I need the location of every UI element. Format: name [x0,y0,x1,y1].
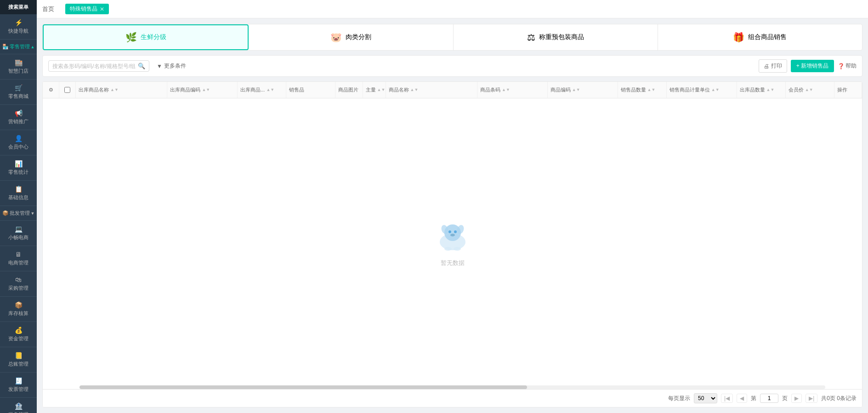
toolbar: 🔍 ▼ 更多条件 🖨 打印 + 新增销售品 ❓ 帮助 [42,55,862,77]
sidebar-item-member-center[interactable]: 👤 会员中心 [0,130,37,155]
sidebar-item-smart-store[interactable]: 🏬 智慧门店 [0,54,37,80]
active-tab[interactable]: 特殊销售品 ✕ [65,4,109,14]
svg-point-7 [444,247,452,251]
sort-arrows-price[interactable]: ▲▼ [805,88,813,92]
page-total-label: 页 [782,395,788,402]
page-summary: 共0页 0条记录 [821,395,857,402]
horizontal-scrollbar[interactable] [79,385,825,389]
member-center-icon: 👤 [15,135,23,142]
category-tabs: 🌿 生鲜分级 🐷 肉类分割 ⚖ 称重预包装商品 🎁 组合商品销售 [42,24,862,51]
sort-arrows-outname[interactable]: ▲▼ [110,88,119,92]
cat-tab-combo[interactable]: 🎁 组合商品销售 [658,24,862,50]
sidebar-item-ecom-mgmt[interactable]: 🖥 电商管理 [0,246,37,271]
sidebar-item-retail-mgmt[interactable]: 🏪 零售管理 ▲ [0,40,37,54]
scrollbar-thumb[interactable] [79,385,527,389]
general-ledger-icon: 📒 [15,352,23,359]
th-price-label: 会员价 [789,86,804,93]
th-op: 操作 [834,82,862,98]
sort-arrows-goodsname[interactable]: ▲▼ [410,88,419,92]
combo-label: 组合商品销售 [748,33,787,41]
svg-point-3 [454,230,457,233]
empty-text: 暂无数据 [441,259,465,267]
th-sale-qty-label: 销售品数量 [621,86,646,93]
empty-illustration [432,217,473,253]
table-body: 暂无数据 [43,98,862,385]
sort-arrows-outqty[interactable]: ▲▼ [766,88,775,92]
prev-page-button[interactable]: ◀ [737,394,747,403]
help-button[interactable]: ❓ 帮助 [838,62,857,70]
th-main-label: 主量 [366,86,376,93]
sort-arrows-outsku[interactable]: ▲▼ [266,88,274,92]
th-sale-unit: 销售商品计量单位 ▲▼ [667,82,737,98]
pagination-bar: 每页显示 10 20 50 100 |◀ ◀ 第 页 ▶ ▶| 共0页 0条记录 [43,389,862,407]
settings-icon: ⚙ [49,87,53,93]
th-out-code: 出库商品编码 ▲▼ [167,82,238,98]
sort-arrows-main[interactable]: ▲▼ [377,88,386,92]
ecom-mgmt-icon: 🖥 [15,251,22,258]
search-box[interactable]: 🔍 [48,60,149,72]
sidebar-item-retail-mall[interactable]: 🛒 零售商城 [0,80,37,105]
close-tab-icon[interactable]: ✕ [100,6,104,12]
sidebar-item-fund-mgmt[interactable]: 💰 资金管理 [0,322,37,347]
select-all-checkbox[interactable] [64,87,70,93]
svg-point-8 [454,247,461,251]
filter-icon: ▼ [157,63,162,69]
print-label: 打印 [771,62,782,70]
combo-icon: 🎁 [733,32,744,43]
retail-mgmt-icon: 🏪 [2,44,9,50]
filter-label: 更多条件 [164,62,186,70]
sidebar-item-basic-info[interactable]: 📋 基础信息 [0,181,37,206]
search-icon: 🔍 [138,63,145,69]
cat-tab-fresh[interactable]: 🌿 生鲜分级 [43,24,249,50]
chevron-icon-wholesale: ▼ [31,211,35,216]
page-input[interactable] [760,394,778,403]
th-settings[interactable]: ⚙ [43,82,59,98]
th-sale-qty: 销售品数量 ▲▼ [618,82,667,98]
cat-tab-weigh[interactable]: ⚖ 称重预包装商品 [454,24,658,50]
sidebar-item-wholesale-mgmt[interactable]: 📦 批发管理 ▼ [0,206,37,221]
sidebar-item-mini-ecom[interactable]: 💻 小畅电商 [0,221,37,246]
page-size-label: 每页显示 [668,395,690,402]
th-goods-code-label: 商品编码 [550,86,571,93]
sidebar-item-quick-nav[interactable]: ⚡ 快捷导航 [0,14,37,40]
sort-arrows-barcode[interactable]: ▲▼ [502,88,510,92]
sales-promo-icon: 📢 [15,109,23,117]
breadcrumb-home[interactable]: 首页 [42,5,54,13]
sidebar-item-retail-stats[interactable]: 📊 零售统计 [0,155,37,181]
th-out-code-label: 出库商品编码 [170,86,200,93]
print-button[interactable]: 🖨 打印 [759,59,787,73]
th-sale-unit-label: 销售商品计量单位 [669,86,710,93]
sort-arrows-outcode[interactable]: ▲▼ [202,88,210,92]
toolbar-right: 🖨 打印 + 新增销售品 ❓ 帮助 [759,59,857,73]
next-page-button[interactable]: ▶ [791,394,802,403]
add-sales-button[interactable]: + 新增销售品 [791,60,834,72]
cat-tab-meat[interactable]: 🐷 肉类分割 [249,24,453,50]
sidebar-item-general-ledger[interactable]: 📒 总账管理 [0,347,37,373]
th-out-sku: 出库商品... ▲▼ [238,82,286,98]
help-label: 帮助 [845,62,857,70]
sidebar-item-stock-check[interactable]: 📦 库存核算 [0,297,37,322]
first-page-button[interactable]: |◀ [721,394,733,403]
th-sale-item: 销售品 [286,82,335,98]
th-op-label: 操作 [837,86,847,93]
sidebar-item-tax-mgmt[interactable]: 🏦 税务管理 [0,398,37,413]
sidebar-item-purchase-mgmt[interactable]: 🛍 采购管理 [0,271,37,297]
th-out-name-label: 出库商品名称 [79,86,109,93]
sidebar-item-sales-promo[interactable]: 📢 营销推广 [0,105,37,130]
th-img-label: 商品图片 [338,86,358,93]
filter-button[interactable]: ▼ 更多条件 [153,60,190,72]
invoice-mgmt-icon: 🧾 [15,377,23,384]
th-checkbox[interactable] [59,82,76,98]
sidebar-logo[interactable]: 搜索菜单 [0,0,37,14]
sort-arrows-saleqty[interactable]: ▲▼ [647,88,656,92]
sidebar-item-invoice-mgmt[interactable]: 🧾 发票管理 [0,373,37,398]
help-icon: ❓ [838,63,845,69]
purchase-mgmt-icon: 🛍 [15,276,22,283]
table-header: ⚙ 出库商品名称 ▲▼ 出库商品编码 ▲▼ 出库商品... ▲▼ [43,82,862,98]
search-input[interactable] [52,63,136,69]
sort-arrows-goodscode[interactable]: ▲▼ [572,88,580,92]
page-size-select[interactable]: 10 20 50 100 [694,393,717,403]
content-area: 🌿 生鲜分级 🐷 肉类分割 ⚖ 称重预包装商品 🎁 组合商品销售 🔍 [37,18,868,413]
last-page-button[interactable]: ▶| [806,394,817,403]
sort-arrows-saleunit[interactable]: ▲▼ [711,88,720,92]
